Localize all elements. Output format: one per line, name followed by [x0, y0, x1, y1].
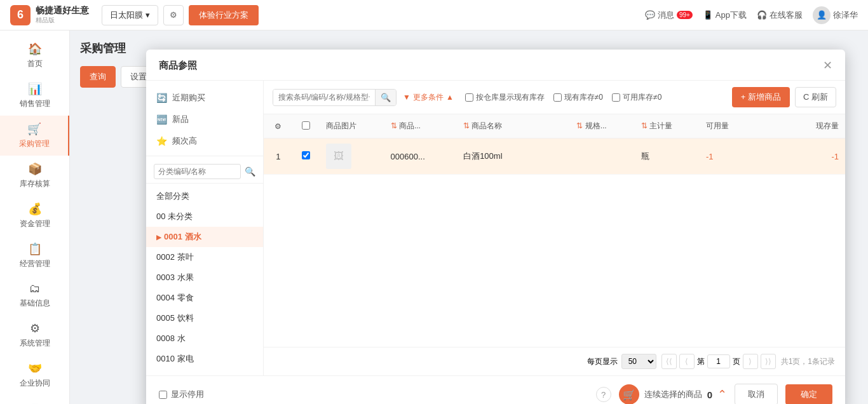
category-water-label: 0008 水 [156, 333, 186, 344]
tab-new-label: 新品 [172, 114, 189, 125]
category-tea[interactable]: 0002 茶叶 [146, 247, 263, 267]
col-settings[interactable]: ⚙ [264, 114, 293, 138]
category-uncategorized[interactable]: 00 未分类 [146, 206, 263, 227]
category-search: 🔍 [146, 160, 263, 184]
search-button[interactable]: 🔍 [375, 90, 396, 105]
table-row[interactable]: 1 🖼 000600... 白酒100ml 瓶 -1 [264, 138, 845, 175]
finance-icon: 💰 [28, 202, 42, 216]
sidebar-item-sales[interactable]: 📊 销售管理 [0, 76, 69, 116]
confirm-button[interactable]: 确定 [785, 384, 832, 404]
top-nav: 6 畅捷通好生意 精品版 日太阳膜 ▾ ⚙ 体验行业方案 💬 消息 99+ 📱 … [0, 0, 868, 30]
sidebar-label-inventory: 库存核算 [20, 178, 50, 189]
star-icon: ⭐ [156, 136, 167, 146]
last-page-button[interactable]: ⟩⟩ [761, 354, 776, 369]
tab-frequent[interactable]: ⭐ 频次高 [146, 130, 263, 152]
col-name[interactable]: ⇅ 商品名称 [457, 114, 570, 138]
page-size-select: 每页显示 50 20 100 [587, 354, 656, 369]
row-select-checkbox[interactable] [302, 151, 310, 159]
row-available: -1 [700, 138, 780, 175]
category-all[interactable]: 全部分类 [146, 186, 263, 206]
home-icon: 🏠 [28, 42, 42, 56]
checkbox-by-warehouse[interactable]: 按仓库显示现有库存 [465, 92, 545, 103]
notify-badge: 99+ [677, 11, 693, 19]
refresh-button[interactable]: C 刷新 [795, 87, 836, 107]
modal-header: 商品参照 ✕ [146, 50, 845, 81]
col-name-label: 商品名称 [471, 121, 502, 130]
category-fruit[interactable]: 0003 水果 [146, 267, 263, 288]
user-info[interactable]: 👤 徐泽华 [813, 6, 858, 24]
checkbox-by-warehouse-input[interactable] [465, 93, 473, 102]
prev-page-button[interactable]: ⟨ [679, 354, 695, 369]
sidebar-item-inventory[interactable]: 📦 库存核算 [0, 156, 69, 196]
category-search-input[interactable] [154, 164, 241, 179]
system-icon: ⚙ [30, 321, 40, 335]
col-spec[interactable]: ⇅ 规格... [570, 114, 635, 138]
category-water[interactable]: 0008 水 [146, 328, 263, 349]
checkbox-available-not-zero[interactable]: 可用库存≠0 [612, 92, 661, 103]
filter-button[interactable]: ▼ 更多条件 ▲ [403, 92, 454, 103]
notify-button[interactable]: 💬 消息 99+ [645, 10, 693, 21]
sidebar-item-purchase[interactable]: 🛒 采购管理 [0, 116, 69, 156]
tab-recent[interactable]: 🔄 近期购买 [146, 87, 263, 109]
category-snack[interactable]: 0004 零食 [146, 288, 263, 308]
category-drink-label: 0005 饮料 [156, 313, 194, 324]
headset-icon: 🎧 [757, 10, 767, 20]
first-page-button[interactable]: ⟨⟨ [661, 354, 677, 369]
sidebar: 🏠 首页 📊 销售管理 🛒 采购管理 📦 库存核算 💰 资金管理 📋 经营管理 … [0, 30, 70, 404]
cart-count: 0 [707, 389, 712, 400]
sidebar-item-finance[interactable]: 💰 资金管理 [0, 196, 69, 236]
sidebar-item-guide[interactable]: 📖 新手引导 [0, 395, 69, 404]
col-checkbox[interactable] [293, 114, 320, 138]
page-input[interactable] [707, 354, 730, 368]
sales-icon: 📊 [28, 82, 42, 96]
close-icon[interactable]: ✕ [823, 58, 832, 72]
query-button[interactable]: 查询 [80, 66, 116, 88]
category-appliance[interactable]: 0010 家电 [146, 349, 263, 369]
settings-button[interactable]: ⚙ [163, 5, 184, 25]
left-panel: 🔄 近期购买 🆕 新品 ⭐ 频次高 [146, 81, 264, 375]
sidebar-item-collab[interactable]: 🤝 企业协同 [0, 355, 69, 395]
page-size-label: 每页显示 [587, 356, 618, 367]
dropdown-selector[interactable]: 日太阳膜 ▾ [102, 5, 158, 25]
add-product-button[interactable]: + 新增商品 [732, 87, 790, 107]
logo-sub: 精品版 [36, 16, 89, 25]
tab-new[interactable]: 🆕 新品 [146, 109, 263, 130]
cancel-button[interactable]: 取消 [735, 384, 778, 404]
col-unit[interactable]: ⇅ 主计量 [635, 114, 700, 138]
cart-area[interactable]: 🛒 连续选择的商品 0 ⌃ [619, 384, 727, 404]
help-icon[interactable]: ? [596, 387, 611, 402]
row-checkbox[interactable] [293, 138, 320, 175]
category-all-label: 全部分类 [156, 191, 189, 202]
tab-frequent-label: 频次高 [172, 135, 197, 147]
service-button[interactable]: 🎧 在线客服 [757, 10, 803, 21]
select-all-checkbox[interactable] [302, 121, 310, 130]
app-download-button[interactable]: 📱 App下载 [703, 10, 747, 21]
product-search-input[interactable] [273, 90, 375, 105]
sidebar-item-operation[interactable]: 📋 经营管理 [0, 236, 69, 276]
next-page-button[interactable]: ⟩ [743, 354, 758, 369]
dropdown-label: 日太阳膜 [110, 10, 143, 21]
sort-icon-name: ⇅ [463, 121, 470, 130]
sidebar-label-basic: 基础信息 [20, 298, 50, 309]
collapse-cart-icon[interactable]: ⌃ [717, 387, 727, 401]
show-disabled-input[interactable] [159, 391, 167, 399]
page-size-dropdown[interactable]: 50 20 100 [621, 354, 656, 369]
checkbox-stock-not-zero-input[interactable] [553, 93, 562, 102]
service-label: 在线客服 [770, 10, 803, 21]
checkbox-group: 按仓库显示现有库存 现有库存≠0 可用库存≠0 [465, 92, 662, 103]
trial-button[interactable]: 体验行业方案 [189, 5, 259, 25]
sidebar-item-home[interactable]: 🏠 首页 [0, 36, 69, 76]
category-wine-label: 0001 酒水 [164, 231, 201, 243]
col-code[interactable]: ⇅ 商品... [384, 114, 458, 138]
search-icon[interactable]: 🔍 [245, 166, 255, 177]
row-image: 🖼 [320, 138, 384, 175]
sidebar-item-system[interactable]: ⚙ 系统管理 [0, 315, 69, 355]
category-drink[interactable]: 0005 饮料 [146, 308, 263, 328]
sidebar-item-basic[interactable]: 🗂 基础信息 [0, 276, 69, 315]
checkbox-stock-not-zero[interactable]: 现有库存≠0 [553, 92, 603, 103]
search-toolbar: 🔍 ▼ 更多条件 ▲ 按仓库显示现有库存 [264, 81, 845, 114]
checkbox-available-not-zero-input[interactable] [612, 93, 620, 102]
category-wine[interactable]: ▶ 0001 酒水 [146, 227, 263, 247]
product-reference-modal: 商品参照 ✕ 🔄 近期购买 🆕 新品 [146, 50, 845, 404]
show-disabled-checkbox[interactable]: 显示停用 [159, 389, 204, 400]
